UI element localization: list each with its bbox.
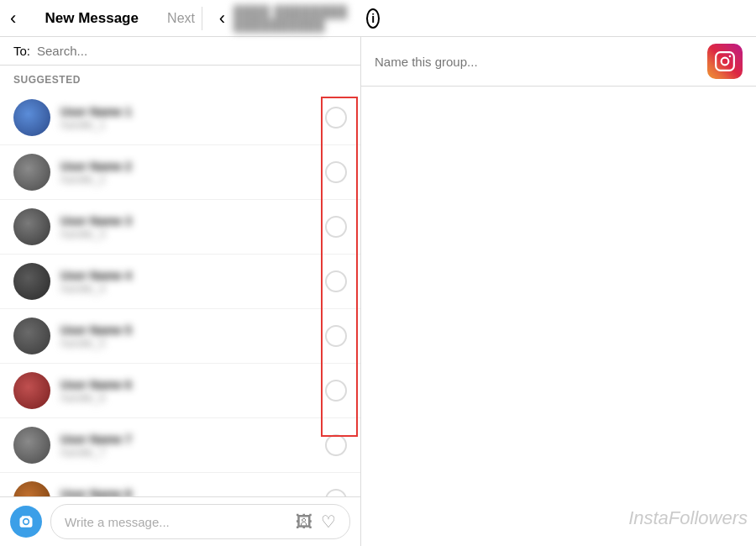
user-name: User Name 6 [60,378,325,391]
message-bar: Write a message... 🖼 ♡ [0,496,360,546]
camera-button[interactable] [10,506,42,538]
list-item[interactable]: User Name 7 handle_7 [0,418,360,473]
user-handle: handle_4 [60,282,325,295]
search-bar: To: [0,37,360,66]
radio-button[interactable] [325,107,347,129]
message-input-wrap[interactable]: Write a message... 🖼 ♡ [50,504,350,539]
radio-button[interactable] [325,380,347,402]
back-button[interactable]: ‹ [10,8,16,29]
user-list: User Name 1 handle_1 User Name 2 handle_… [0,91,360,496]
avatar [13,263,50,300]
heart-icon[interactable]: ♡ [321,512,336,532]
right-nav-group: ‹ ████ ████████ ██████████ i [219,5,380,32]
user-name: User Name 2 [60,160,325,173]
user-handle: handle_6 [60,391,325,404]
radio-button[interactable] [325,161,347,183]
user-info: User Name 2 handle_2 [60,160,325,186]
user-info: User Name 6 handle_6 [60,378,325,404]
group-name-bar [361,37,756,87]
svg-point-1 [722,58,729,66]
nav-right: ‹ ████ ████████ ██████████ i [195,5,380,32]
user-name: User Name 1 [60,105,325,118]
to-label: To: [13,44,30,58]
user-name: User Name 5 [60,323,325,337]
nav-back-icon[interactable]: ‹ [219,8,225,29]
message-placeholder: Write a message... [65,515,170,529]
user-handle: handle_1 [60,118,325,131]
info-button[interactable]: i [366,8,380,29]
top-nav-bar: ‹ New Message Next ‹ ████ ████████ █████… [0,0,756,37]
radio-button[interactable] [325,216,347,238]
avatar [13,318,50,354]
user-handle: handle_3 [60,228,325,240]
list-item[interactable]: User Name 4 handle_4 [0,255,360,309]
radio-button[interactable] [325,489,347,496]
avatar [13,372,50,409]
avatar [13,427,50,464]
gallery-icon[interactable]: 🖼 [296,512,312,532]
user-name: User Name 4 [60,269,325,282]
svg-rect-0 [716,52,734,71]
main-content: To: SUGGESTED User Name 1 handle_1 User … [0,37,756,546]
svg-point-2 [729,55,732,58]
avatar [13,154,50,191]
user-handle: handle_7 [60,446,325,459]
nav-left: ‹ New Message Next [10,8,195,29]
list-item[interactable]: User Name 6 handle_6 [0,364,360,418]
radio-button[interactable] [325,325,347,347]
user-info: User Name 7 handle_7 [60,433,325,459]
avatar [13,208,50,245]
next-button[interactable]: Next [167,11,195,26]
list-item[interactable]: User Name 1 handle_1 [0,91,360,145]
user-handle: handle_5 [60,337,325,349]
message-icons: 🖼 ♡ [296,512,336,532]
user-info: User Name 4 handle_4 [60,269,325,295]
radio-button[interactable] [325,270,347,292]
user-name: User Name 3 [60,214,325,228]
nav-blurred-label: ████ ████████ ██████████ [234,5,358,32]
user-info: User Name 1 handle_1 [60,105,325,131]
page-title: New Message [24,10,160,27]
left-panel: To: SUGGESTED User Name 1 handle_1 User … [0,37,361,546]
suggested-section-label: SUGGESTED [0,66,360,91]
list-item[interactable]: User Name 5 handle_5 [0,309,360,364]
list-item[interactable]: User Name 8 handle_8 [0,473,360,496]
nav-divider [202,7,202,30]
list-item[interactable]: User Name 2 handle_2 [0,145,360,200]
instagram-logo [707,44,743,79]
avatar [13,481,50,496]
right-panel [361,37,756,546]
user-name: User Name 7 [60,433,325,446]
radio-button[interactable] [325,434,347,456]
user-info: User Name 3 handle_3 [60,214,325,240]
avatar [13,99,50,136]
list-item[interactable]: User Name 3 handle_3 [0,200,360,255]
group-name-input[interactable] [375,55,697,69]
user-name: User Name 8 [60,487,325,497]
user-handle: handle_2 [60,173,325,186]
user-info: User Name 8 handle_8 [60,487,325,497]
search-input[interactable] [37,44,347,58]
user-info: User Name 5 handle_5 [60,323,325,349]
